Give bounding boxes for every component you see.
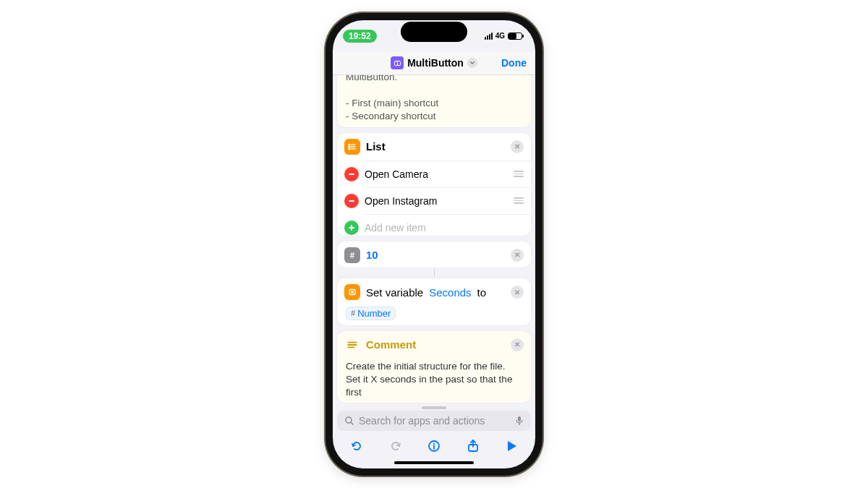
intro-bullet-1: - First (main) shortcut bbox=[346, 98, 438, 108]
drag-handle-icon[interactable] bbox=[422, 406, 446, 409]
action-comment[interactable]: Comment ✕ Create the initial structure f… bbox=[337, 331, 531, 403]
flow-connector bbox=[337, 269, 531, 277]
svg-point-21 bbox=[433, 442, 435, 444]
svg-point-4 bbox=[349, 146, 350, 147]
delete-action-button[interactable]: ✕ bbox=[511, 249, 524, 262]
action-list[interactable]: List ✕ Open Camera Open Instagram bbox=[337, 133, 531, 236]
variable-value-pill[interactable]: #Number bbox=[346, 307, 396, 320]
delete-action-button[interactable]: ✕ bbox=[511, 338, 524, 351]
share-button[interactable] bbox=[465, 438, 481, 454]
reorder-handle-icon[interactable] bbox=[514, 171, 524, 177]
bottom-toolbar bbox=[333, 431, 535, 458]
dynamic-island bbox=[401, 22, 467, 42]
cellular-signal-icon bbox=[485, 33, 493, 40]
svg-rect-18 bbox=[518, 416, 521, 421]
list-item-row[interactable]: Open Instagram bbox=[337, 188, 531, 214]
list-item-row[interactable]: Open Camera bbox=[337, 161, 531, 187]
status-network: 4G bbox=[495, 32, 505, 40]
shortcut-title-button[interactable]: MultiButton bbox=[391, 56, 477, 69]
done-button[interactable]: Done bbox=[501, 57, 527, 69]
comment-icon bbox=[344, 337, 360, 353]
status-right: 4G bbox=[485, 32, 522, 40]
number-icon: # bbox=[344, 247, 360, 263]
svg-point-5 bbox=[349, 148, 350, 150]
variable-name-token[interactable]: Seconds bbox=[429, 286, 471, 299]
set-variable-prefix: Set variable bbox=[366, 286, 423, 299]
search-input[interactable] bbox=[359, 415, 511, 427]
svg-point-3 bbox=[349, 144, 350, 145]
list-item-label[interactable]: Open Camera bbox=[365, 168, 428, 180]
hash-icon: # bbox=[351, 309, 355, 317]
number-value[interactable]: 10 bbox=[366, 249, 378, 261]
battery-icon bbox=[508, 33, 522, 40]
comment-body[interactable]: Create the initial structure for the fil… bbox=[337, 359, 531, 403]
list-title: List bbox=[366, 140, 386, 153]
screen: 19:52 4G MultiButton Done short bbox=[333, 20, 535, 468]
comment-title: Comment bbox=[366, 338, 416, 351]
reorder-handle-icon[interactable] bbox=[514, 197, 524, 204]
list-icon bbox=[344, 139, 360, 155]
add-item-button[interactable] bbox=[344, 221, 359, 235]
phone-frame: 19:52 4G MultiButton Done short bbox=[326, 13, 542, 476]
add-item-label: Add new item bbox=[365, 222, 426, 234]
search-icon bbox=[344, 416, 354, 426]
info-button[interactable] bbox=[426, 438, 442, 454]
action-set-variable[interactable]: Set variable Seconds to ✕ #Number bbox=[337, 278, 531, 325]
shortcut-app-icon bbox=[391, 56, 404, 69]
add-item-row[interactable]: Add new item bbox=[337, 215, 531, 236]
status-time-pill[interactable]: 19:52 bbox=[343, 30, 377, 43]
intro-bullet-2: - Secondary shortcut bbox=[346, 111, 436, 121]
chevron-down-icon bbox=[467, 58, 477, 68]
search-field[interactable] bbox=[337, 411, 531, 431]
action-comment-intro[interactable]: shortcuts you want to run with MultiButt… bbox=[337, 75, 531, 127]
redo-button[interactable] bbox=[388, 438, 404, 454]
delete-action-button[interactable]: ✕ bbox=[511, 286, 524, 299]
list-item-label[interactable]: Open Instagram bbox=[365, 195, 437, 207]
svg-line-17 bbox=[351, 422, 353, 424]
remove-item-button[interactable] bbox=[344, 194, 359, 208]
shortcut-title: MultiButton bbox=[407, 57, 464, 69]
variable-icon bbox=[344, 284, 360, 300]
dictation-icon[interactable] bbox=[515, 416, 524, 426]
delete-action-button[interactable]: ✕ bbox=[511, 140, 524, 153]
set-variable-mid: to bbox=[477, 286, 487, 299]
run-button[interactable] bbox=[503, 438, 519, 454]
home-indicator[interactable] bbox=[394, 461, 474, 464]
remove-item-button[interactable] bbox=[344, 167, 359, 181]
actions-scroll[interactable]: shortcuts you want to run with MultiButt… bbox=[333, 75, 535, 403]
intro-tail-line: shortcuts you want to run with MultiButt… bbox=[346, 75, 475, 82]
nav-bar: MultiButton Done bbox=[333, 52, 535, 75]
undo-button[interactable] bbox=[349, 438, 365, 454]
search-panel bbox=[333, 403, 535, 431]
action-number[interactable]: # 10 ✕ bbox=[337, 241, 531, 267]
